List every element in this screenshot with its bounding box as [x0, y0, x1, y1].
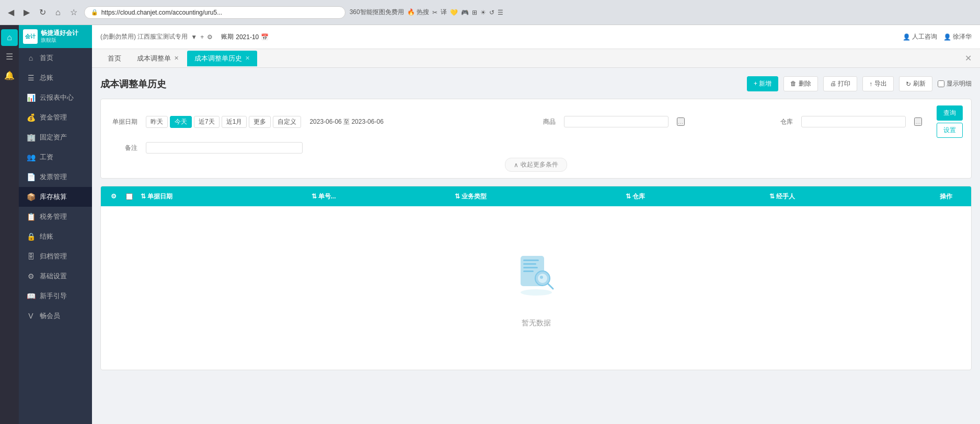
translate-icon[interactable]: 译	[441, 8, 447, 17]
home-icon: ⌂	[26, 54, 36, 62]
guide-icon: 📖	[26, 292, 36, 300]
icon-bar-ledger[interactable]: ☰	[1, 48, 18, 65]
sidebar-item-member[interactable]: V 畅会员	[19, 306, 92, 326]
warehouse-more-btn[interactable]: …	[914, 117, 922, 126]
company-settings-icon[interactable]: ⚙	[207, 33, 213, 41]
date-filter-label: 单据日期	[109, 117, 137, 126]
company-name: (勿删勿禁用) 江西服宝测试专用	[100, 32, 188, 41]
wallet-icon[interactable]: 💛	[450, 9, 458, 16]
sidebar-item-finance[interactable]: 💰 资金管理	[19, 108, 92, 127]
export-button[interactable]: ↑ 导出	[862, 76, 894, 91]
warehouse-input[interactable]	[801, 116, 906, 127]
new-button[interactable]: + 新增	[747, 76, 778, 91]
user-info[interactable]: 👤 徐泽华	[943, 32, 972, 41]
th-checkbox[interactable]	[122, 193, 136, 200]
tab-cost-adjust-history-close[interactable]: ✕	[245, 55, 250, 62]
star-button[interactable]: ☆	[67, 6, 80, 18]
service-btn[interactable]: 👤 人工咨询	[903, 32, 937, 41]
note-input[interactable]	[146, 142, 303, 154]
app-name: 畅捷通好会计	[41, 29, 78, 37]
calendar-icon[interactable]: 📅	[261, 33, 269, 41]
sidebar-item-assets[interactable]: 🏢 固定资产	[19, 127, 92, 147]
forward-button[interactable]: ▶	[21, 6, 32, 18]
refresh-button[interactable]: ↻	[37, 6, 49, 18]
company-selector[interactable]: (勿删勿禁用) 江西服宝测试专用 ▼ + ⚙	[100, 32, 213, 41]
sidebar-logo[interactable]: 会计 畅捷通好会计 旗舰版	[19, 25, 92, 48]
sidebar-item-archive[interactable]: 🗄 归档管理	[19, 246, 92, 266]
display-detail-checkbox[interactable]: 显示明细	[938, 79, 972, 88]
sidebar-item-inventory-label: 库存核算	[40, 192, 67, 202]
tab-home[interactable]: 首页	[100, 51, 129, 66]
sidebar-item-settings[interactable]: ⚙ 基础设置	[19, 266, 92, 286]
sidebar-item-ledger[interactable]: ☰ 总账	[19, 68, 92, 88]
th-settings[interactable]: ⚙	[105, 193, 122, 200]
scissors-icon[interactable]: ✂	[432, 9, 437, 16]
th-warehouse[interactable]: ⇅ 仓库	[621, 192, 765, 201]
close-all-tabs-button[interactable]: ✕	[965, 53, 972, 63]
search-tool[interactable]: 360智能抠图免费用	[350, 8, 404, 17]
brightness-icon[interactable]: ☀	[480, 9, 486, 16]
sidebar-item-ledger-label: 总账	[40, 73, 53, 83]
date-7days[interactable]: 近7天	[194, 116, 220, 128]
date-yesterday[interactable]: 昨天	[146, 116, 168, 128]
refresh-button[interactable]: ↻ 刷新	[899, 76, 932, 91]
tax-icon: 📋	[26, 213, 36, 221]
period-selector[interactable]: 账期 2021-10 📅	[221, 32, 269, 41]
sidebar-item-close[interactable]: 🔒 结账	[19, 227, 92, 246]
tab-cost-adjust[interactable]: 成本调整单 ✕	[130, 51, 186, 66]
filter-row-note: 备注	[109, 142, 963, 154]
th-date[interactable]: ⇅ 单据日期	[136, 192, 307, 201]
tab-cost-adjust-history[interactable]: 成本调整单历史 ✕	[187, 51, 257, 66]
invoice-icon: 📄	[26, 173, 36, 181]
period-value: 2021-10	[236, 33, 259, 41]
sidebar-item-finance-label: 资金管理	[40, 113, 67, 122]
address-bar[interactable]: 🔒 https://cloud.chanjet.com/accounting/u…	[84, 6, 345, 19]
display-detail-input[interactable]	[938, 80, 944, 87]
company-dropdown-icon[interactable]: ▼	[191, 33, 197, 41]
tab-cost-adjust-close[interactable]: ✕	[174, 55, 179, 62]
sidebar-item-invoice[interactable]: 📄 发票管理	[19, 167, 92, 187]
hot-search[interactable]: 🔥 热搜	[407, 8, 429, 17]
display-detail-label: 显示明细	[947, 79, 972, 88]
th-type[interactable]: ⇅ 业务类型	[451, 192, 621, 201]
date-today[interactable]: 今天	[170, 116, 192, 128]
sort-icon-type: ⇅	[455, 193, 460, 200]
icon-bar-notification[interactable]: 🔔	[1, 67, 18, 84]
grid-icon[interactable]: ⊞	[472, 9, 477, 16]
assets-icon: 🏢	[26, 133, 36, 142]
query-button[interactable]: 查询	[937, 105, 963, 121]
goods-input[interactable]	[564, 116, 668, 127]
sidebar-item-member-label: 畅会员	[40, 311, 60, 321]
back-button[interactable]: ◀	[5, 6, 17, 18]
collapse-button[interactable]: ∧ 收起更多条件	[505, 158, 567, 172]
sidebar-item-home[interactable]: ⌂ 首页	[19, 48, 92, 68]
undo-icon[interactable]: ↺	[489, 9, 494, 16]
sidebar-item-guide[interactable]: 📖 新手引导	[19, 286, 92, 306]
date-1month[interactable]: 近1月	[222, 116, 247, 128]
add-company-icon[interactable]: +	[200, 33, 204, 41]
sidebar-item-salary[interactable]: 👥 工资	[19, 147, 92, 167]
sort-icon-warehouse: ⇅	[626, 193, 631, 200]
goods-filter-label: 商品	[527, 117, 556, 126]
menu-icon[interactable]: ☰	[498, 9, 503, 16]
date-more[interactable]: 更多	[249, 116, 271, 128]
sidebar-item-inventory[interactable]: 📦 库存核算	[19, 187, 92, 207]
browser-chrome: ◀ ▶ ↻ ⌂ ☆ 🔒 https://cloud.chanjet.com/ac…	[0, 0, 980, 25]
delete-button[interactable]: 🗑 删除	[783, 76, 817, 91]
tab-cost-adjust-history-label: 成本调整单历史	[194, 54, 242, 63]
settings-filter-button[interactable]: 设置	[937, 123, 963, 138]
sort-icon-num: ⇅	[312, 193, 317, 200]
th-person[interactable]: ⇅ 经手人	[765, 192, 936, 201]
sidebar-item-tax[interactable]: 📋 税务管理	[19, 207, 92, 227]
goods-more-btn[interactable]: …	[677, 117, 685, 126]
icon-bar-home[interactable]: ⌂	[1, 29, 18, 46]
th-number[interactable]: ⇅ 单号...	[307, 192, 451, 201]
date-custom[interactable]: 自定义	[273, 116, 301, 128]
select-all-checkbox[interactable]	[126, 193, 133, 200]
page-content: 成本调整单历史 + 新增 🗑 删除 🖨 打印 ↑ 导出 ↻ 刷新	[92, 68, 980, 424]
print-button[interactable]: 🖨 打印	[823, 76, 857, 91]
game-icon[interactable]: 🎮	[461, 9, 469, 16]
home-button[interactable]: ⌂	[53, 7, 63, 18]
ssl-lock-icon: 🔒	[91, 9, 98, 16]
sidebar-item-reports[interactable]: 📊 云报表中心	[19, 88, 92, 108]
